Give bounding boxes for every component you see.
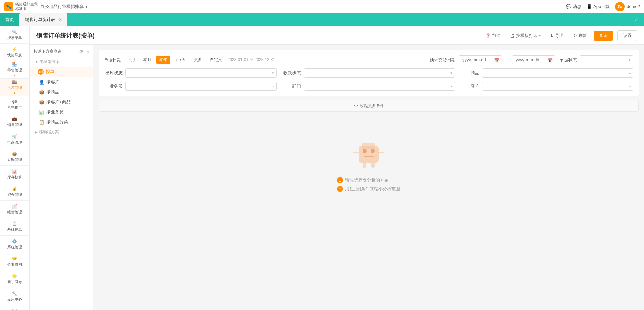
payment-status-select[interactable] [304, 68, 455, 78]
sidebar-item-sales[interactable]: 💼 销售管理 [0, 113, 29, 131]
salesperson-input[interactable] [125, 82, 277, 91]
maximize-button[interactable]: ⤢ [633, 16, 640, 23]
scheme-by-cust-goods[interactable]: 📦 按客户+商品 [30, 97, 93, 107]
window-controls: — ⤢ [624, 16, 644, 23]
expected-date-start-input[interactable] [459, 55, 502, 64]
tab-close-icon[interactable]: ✕ [59, 17, 62, 22]
collapse-bar[interactable]: ∧∧ 收起更多条件 [99, 100, 639, 112]
sidebar-item-newbie[interactable]: 🌟 新手引导 [0, 270, 29, 288]
right-panel: 单据日期 上月 本月 本年 近7天 更多 自定义 2023-01-01 至 20… [93, 45, 644, 310]
more-btn[interactable]: 更多 [191, 56, 205, 64]
scheme-by-salesperson[interactable]: 📊 按业务员 [30, 107, 93, 117]
ship-status-select[interactable] [125, 68, 277, 78]
date-sep: — [505, 57, 509, 62]
this-year-btn[interactable]: 本年 [156, 56, 170, 64]
goods-input[interactable] [482, 68, 633, 78]
scheme-by-goods[interactable]: 📦 按商品 [30, 87, 93, 97]
quicknav-icon: ⚡ [12, 47, 17, 52]
split-area: 按以下方案查询 + ⚙ « ▼ 电脑端方案 circle 按单 [30, 45, 644, 310]
svg-rect-1 [362, 143, 375, 149]
by-goods-icon: 📦 [39, 90, 44, 95]
search-button[interactable]: 查询 [594, 31, 613, 41]
customer-filter: 客户 ··· [461, 82, 633, 91]
scheme-by-category[interactable]: 📋 按商品分类 [30, 117, 93, 127]
sidebar-item-appstore[interactable]: 🔧 应用中心 [0, 288, 29, 305]
date-range-display: 2023-01-01 至 2023-12-31 [228, 57, 275, 63]
sidebar-item-operations[interactable]: 📈 经营管理 [0, 201, 29, 218]
sidebar-item-corp[interactable]: 🤝 企业协同 [0, 253, 29, 270]
empty-tips: 1 请先选择要分析的方案 2 用[过滤]条件来缩小分析范围 [337, 177, 400, 192]
scheme-by-order[interactable]: circle 按单 [30, 67, 93, 77]
print-arrow: ▾ [539, 34, 541, 38]
sidebar-item-inventory[interactable]: 📊 库存核算 [0, 166, 29, 183]
by-customer-label: 按客户 [46, 79, 59, 85]
left-panel-icons: + ⚙ « [74, 49, 89, 54]
header-left: 🐾 畅捷通好生意 标准版 办公用品行业模拟账套 ▾ [4, 2, 88, 11]
tab-sales-stats[interactable]: 销售订单统计表 ✕ [19, 13, 67, 26]
app-name: 畅捷通好生意 标准版 [15, 2, 38, 11]
add-scheme-icon[interactable]: + [74, 49, 76, 54]
sidebar-item-finance[interactable]: 💰 资金管理 [0, 183, 29, 201]
pc-schemes-header[interactable]: ▼ 电脑端方案 [30, 57, 93, 67]
scheme-settings-icon[interactable]: ⚙ [79, 49, 84, 54]
doc-status-filter: 单据状态 ▾ [559, 55, 633, 64]
tab-bar: 首页 销售订单统计表 ✕ — ⤢ [0, 13, 644, 26]
inventory-icon: 📊 [12, 169, 17, 174]
user-menu[interactable]: Ea demo2 [615, 2, 640, 11]
message-button[interactable]: 💬 消息 [566, 4, 581, 10]
pc-schemes-label: 电脑端方案 [40, 59, 60, 65]
logo-area: 🐾 畅捷通好生意 标准版 [4, 2, 38, 11]
empty-tip-1: 1 请先选择要分析的方案 [337, 177, 400, 183]
scheme-by-customer[interactable]: 👤 按客户 [30, 77, 93, 87]
by-category-icon: 📋 [39, 120, 44, 125]
content-area: 销售订单统计表(按单) ❓ 帮助 🖨 按模板打印 ▾ ⬇ 导出 ↻ 刷新 [30, 26, 644, 310]
sidebar-item-purchase[interactable]: 📦 采购管理 [0, 148, 29, 166]
mobile-schemes-section: ▶ 移动端方案 [30, 127, 93, 137]
sidebar-item-basic[interactable]: 📋 基础信息 [0, 218, 29, 236]
help-button[interactable]: ❓ 帮助 [483, 31, 503, 40]
goods-filter: 商品 ··· [461, 68, 633, 78]
minimize-button[interactable]: — [624, 16, 631, 23]
sidebar-item-wholesale[interactable]: 🏬 批发管理 ▲ [0, 79, 29, 96]
expected-date-end-input[interactable] [512, 55, 555, 64]
settings-button[interactable]: 设置 [617, 30, 637, 41]
sidebar: 🔍 搜索菜单 ⚡ 快捷导航 🏪 零售管理 ▼ 🏬 批发管理 ▲ 📢 营销推广 💼… [0, 26, 30, 310]
tip-2-num: 2 [337, 186, 343, 192]
last-7-days-btn[interactable]: 近7天 [172, 56, 189, 64]
home-tab-label: 首页 [5, 17, 14, 23]
tab-home[interactable]: 首页 [0, 13, 19, 26]
export-icon: ⬇ [550, 33, 554, 38]
sidebar-item-retail[interactable]: 🏪 零售管理 ▼ [0, 61, 29, 79]
app-download-button[interactable]: 📱 App下载 [587, 4, 610, 10]
by-order-label: 按单 [46, 69, 54, 75]
doc-status-select[interactable] [580, 55, 633, 64]
dept-select[interactable] [304, 82, 455, 91]
left-panel-title: 按以下方案查询 [34, 49, 62, 54]
collapse-panel-icon[interactable]: « [86, 49, 89, 54]
svg-rect-7 [363, 163, 366, 168]
export-button[interactable]: ⬇ 导出 [547, 31, 567, 40]
doc-status-label: 单据状态 [559, 57, 577, 63]
customer-label: 客户 [461, 83, 479, 89]
last-month-btn[interactable]: 上月 [124, 56, 138, 64]
template-print-button[interactable]: 🖨 按模板打印 ▾ [507, 31, 543, 40]
sidebar-item-wechat[interactable]: 💬 企业微信 [0, 305, 29, 310]
refresh-button[interactable]: ↻ 刷新 [571, 31, 590, 40]
custom-btn[interactable]: 自定义 [207, 56, 225, 64]
customer-input[interactable] [482, 82, 633, 91]
salesperson-label: 业务员 [104, 83, 123, 89]
this-month-btn[interactable]: 本月 [140, 56, 154, 64]
sidebar-search[interactable]: 🔍 搜索菜单 [0, 26, 29, 44]
header-right: 💬 消息 📱 App下载 Ea demo2 [566, 2, 640, 11]
by-salesperson-label: 按业务员 [46, 109, 64, 115]
sidebar-item-marketing[interactable]: 📢 营销推广 [0, 96, 29, 113]
mobile-schemes-label: 移动端方案 [39, 129, 59, 135]
sidebar-item-system[interactable]: ⚙️ 系统管理 [0, 236, 29, 253]
by-salesperson-icon: 📊 [39, 110, 44, 115]
sidebar-item-ecommerce[interactable]: 🛒 电商管理 [0, 131, 29, 148]
expected-date-end-wrap: 📅 [512, 55, 555, 64]
sidebar-quicknav[interactable]: ⚡ 快捷导航 [0, 44, 29, 61]
message-icon: 💬 [566, 4, 571, 9]
appstore-icon: 🔧 [12, 291, 17, 296]
mobile-schemes-header[interactable]: ▶ 移动端方案 [30, 127, 93, 137]
